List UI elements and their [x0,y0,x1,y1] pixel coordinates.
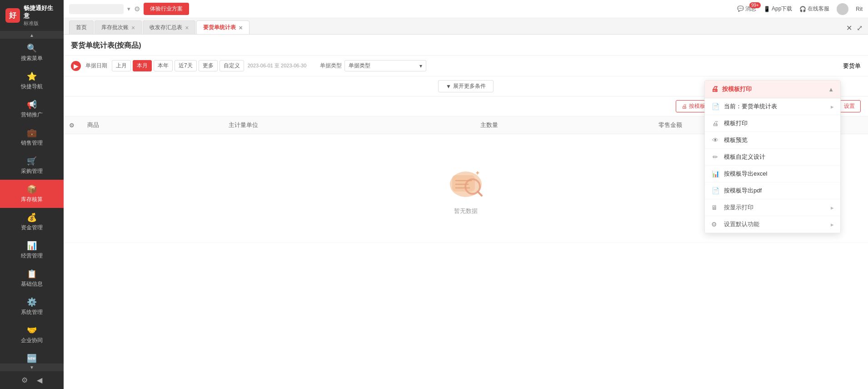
date-btn-this-month[interactable]: 本月 [133,60,152,71]
set-default-arrow-icon: ▸ [831,221,834,228]
settings-bottom-icon[interactable]: ⚙ [21,376,28,384]
expand-down-icon: ▼ [446,83,451,90]
col-product: 商品 [82,116,223,134]
set-default-label: 设置默认功能 [724,220,759,228]
table-settings-col[interactable]: ⚙ [64,116,82,134]
sidebar-item-label: 搜索菜单 [21,55,43,62]
tab-batch-close[interactable]: × [131,24,135,31]
purchase-nav-icon: 🛒 [27,156,37,166]
sidebar-item-marketing[interactable]: 📢 营销推广 [0,95,64,123]
print-dropdown: 🖨 按模板打印 ▲ 📄 当前：要货单统计表 ▸ 🖨 模板打印 👁 模板预览 [704,80,841,233]
current-arrow-icon: ▸ [831,103,834,110]
type-select-value: 单据类型 [349,62,370,70]
svg-rect-1 [452,175,475,192]
tab-order-close[interactable]: × [239,24,242,31]
display-print-label: 按显示打印 [724,203,753,212]
dropdown-item-excel[interactable]: 📊 按模板导出excel [705,166,840,182]
sidebar-bottom: ⚙ ◀ [0,371,64,389]
logo-area: 好 畅捷通好生意 标准版 [0,0,64,31]
sidebar-item-label: 采购管理 [21,167,43,175]
sidebar-item-sales[interactable]: 💼 销售管理 [0,123,64,152]
sidebar-item-purchase[interactable]: 🛒 采购管理 [0,152,64,180]
tabs-bar: 首页 库存批次账 × 收发存汇总表 × 要货单统计表 × ✕ ⤢ [64,18,868,35]
service-label: 在线客服 [808,5,829,13]
date-btn-more[interactable]: 更多 [199,60,218,71]
sidebar-item-search[interactable]: 🔍 搜索菜单 [0,39,64,67]
dropdown-item-preview[interactable]: 👁 模板预览 [705,132,840,149]
col-unit: 主计量单位 [223,116,475,134]
date-group: 上月 本月 本年 近7天 更多 自定义 2023-06-01 至 2023-06… [112,60,306,71]
dropdown-chevron-up-icon[interactable]: ▲ [828,86,834,93]
template-excel-label: 按模板导出excel [724,170,767,178]
sidebar-item-inventory[interactable]: 📦 库存核算 [0,180,64,208]
date-btn-last-month[interactable]: 上月 [112,60,131,71]
app-download-link[interactable]: 📱 App下载 [763,5,792,13]
type-select[interactable]: 单据类型 ▾ [344,60,426,71]
set-default-icon: ⚙ [711,221,719,228]
tab-home-label: 首页 [76,24,87,31]
dropdown-item-current[interactable]: 📄 当前：要货单统计表 ▸ [705,98,840,115]
dropdown-item-print[interactable]: 🖨 模板打印 [705,115,840,132]
date-filter-label: 单据日期 [85,62,107,70]
collapse-icon[interactable]: ◀ [37,376,42,384]
dropdown-item-design[interactable]: ✏ 模板自定义设计 [705,149,840,166]
template-design-label: 模板自定义设计 [724,153,765,161]
print-icon: 🖨 [682,103,687,110]
settings-button[interactable]: 设置 [838,100,861,112]
sidebar-item-label: 销售管理 [21,139,43,147]
search-input[interactable] [69,4,124,14]
shortcut-nav-icon: ⭐ [27,71,37,81]
topbar-gear-icon[interactable]: ⚙ [134,5,140,13]
dropdown-item-set-default[interactable]: ⚙ 设置默认功能 ▸ [705,216,840,233]
search-chevron-icon[interactable]: ▾ [127,5,130,12]
sidebar-item-guide[interactable]: 🆕 新手引导 [0,349,64,364]
date-btn-custom[interactable]: 自定义 [219,60,244,71]
tab-close-all-icon[interactable]: ✕ [846,24,852,32]
sidebar-item-shortcut[interactable]: ⭐ 快捷导航 [0,67,64,95]
expand-more-label: 展开更多条件 [453,82,486,90]
download-label: App下载 [772,5,792,13]
current-template-icon: 📄 [711,103,719,110]
scroll-down-arrow[interactable]: ▼ [0,364,64,371]
expand-more-button[interactable]: ▼ 展开更多条件 [438,80,494,92]
tab-summary[interactable]: 收发存汇总表 × [143,20,195,34]
sidebar-item-label: 经营管理 [21,252,43,260]
date-btn-this-year[interactable]: 本年 [154,60,173,71]
avatar[interactable] [837,3,848,15]
sidebar-item-finance[interactable]: 💰 资金管理 [0,208,64,236]
inventory-nav-icon: 📦 [27,184,37,194]
operation-nav-icon: 📊 [27,241,37,251]
username-label: Rit [856,6,863,12]
sidebar-item-system[interactable]: ⚙️ 系统管理 [0,293,64,321]
message-button[interactable]: 💬 消息 99+ [737,5,756,13]
sidebar-item-enterprise[interactable]: 🤝 企业协同 [0,321,64,349]
tab-maximize-icon[interactable]: ⤢ [857,24,863,32]
type-filter-label: 单据类型 [320,62,342,70]
sidebar-item-basic[interactable]: 📋 基础信息 [0,264,64,293]
tabs-actions: ✕ ⤢ [846,24,863,34]
template-excel-icon: 📊 [711,170,719,177]
dropdown-print-icon: 🖨 [711,85,718,93]
guide-nav-icon: 🆕 [27,354,37,364]
display-print-arrow-icon: ▸ [831,204,834,211]
dropdown-header: 🖨 按模板打印 ▲ [705,81,840,98]
date-btn-7days[interactable]: 近7天 [175,60,197,71]
page-header: 要货单统计表(按商品) [64,35,868,56]
tab-order[interactable]: 要货单统计表 × [196,20,249,34]
tab-batch-label: 库存批次账 [101,24,129,31]
tab-batch[interactable]: 库存批次账 × [95,20,142,34]
tab-home[interactable]: 首页 [69,20,94,34]
sidebar-item-label: 快捷导航 [21,83,43,91]
scroll-up-arrow[interactable]: ▲ [0,31,64,39]
tab-summary-close[interactable]: × [185,24,189,31]
online-service-link[interactable]: 🎧 在线客服 [799,5,829,13]
tab-order-label: 要货单统计表 [203,24,236,31]
enterprise-nav-icon: 🤝 [27,325,37,335]
dropdown-item-display-print[interactable]: 🖥 按显示打印 ▸ [705,199,840,216]
type-select-arrow-icon: ▾ [419,63,422,69]
sidebar-item-operation[interactable]: 📊 经营管理 [0,236,64,264]
dropdown-item-pdf[interactable]: 📄 按模板导出pdf [705,182,840,199]
template-preview-icon: 👁 [711,136,719,144]
trial-button[interactable]: 体验行业方案 [144,3,189,15]
filter-expand-button[interactable]: ▶ [71,61,81,71]
